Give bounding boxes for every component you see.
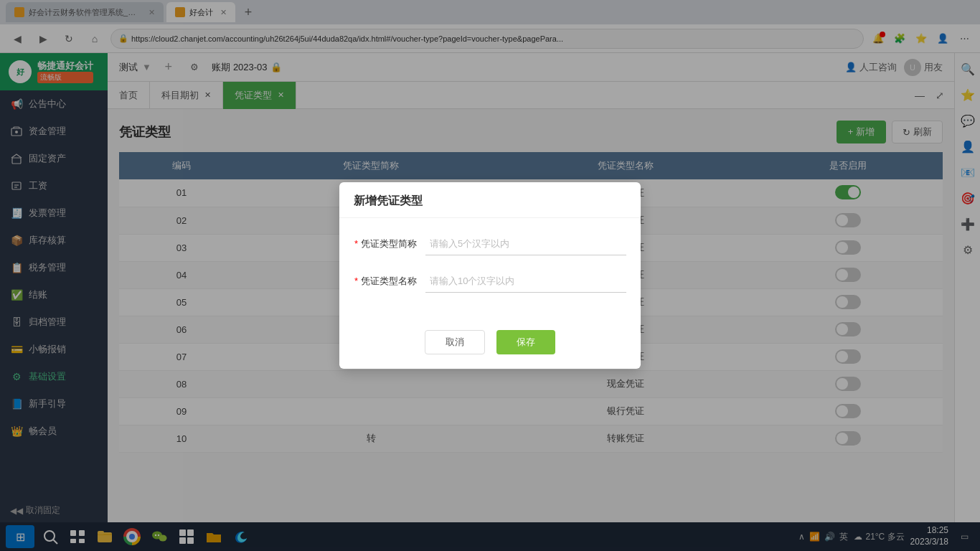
name-input[interactable] (425, 270, 626, 293)
name-form-row: *凭证类型名称 (354, 270, 626, 293)
abbr-input[interactable] (425, 232, 626, 255)
abbr-form-row: *凭证类型简称 (354, 232, 626, 255)
modal-title: 新增凭证类型 (354, 194, 423, 207)
name-label: *凭证类型名称 (354, 275, 425, 288)
modal-overlay: 新增凭证类型 *凭证类型简称 *凭证类型名称 取消 保存 (0, 0, 980, 551)
modal-header: 新增凭证类型 (339, 182, 641, 218)
modal-footer: 取消 保存 (339, 321, 641, 369)
name-required-mark: * (354, 276, 358, 286)
modal-body: *凭证类型简称 *凭证类型名称 (339, 218, 641, 321)
add-voucher-type-modal: 新增凭证类型 *凭证类型简称 *凭证类型名称 取消 保存 (339, 182, 641, 369)
abbr-label: *凭证类型简称 (354, 237, 425, 250)
save-button[interactable]: 保存 (496, 330, 555, 354)
name-label-text: 凭证类型名称 (361, 276, 417, 286)
abbr-label-text: 凭证类型简称 (361, 238, 417, 249)
abbr-required-mark: * (354, 238, 358, 249)
cancel-button[interactable]: 取消 (425, 330, 485, 354)
